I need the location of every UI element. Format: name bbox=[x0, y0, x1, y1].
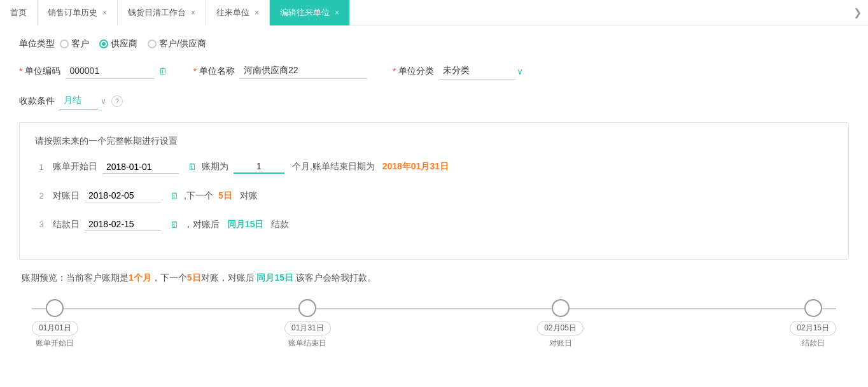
unit-category-arrow[interactable]: ∨ bbox=[517, 66, 523, 76]
payment-terms-row: 收款条件 月结 ∨ ? bbox=[19, 92, 849, 109]
unit-code-icon[interactable]: 🗓 bbox=[158, 66, 167, 76]
unit-code-group: * 单位编码 🗓 bbox=[19, 63, 167, 79]
period-highlight-15: 同月15日 bbox=[227, 219, 264, 230]
timeline-label-3: 结款日 bbox=[802, 338, 825, 349]
payment-terms-help[interactable]: ? bbox=[111, 95, 123, 107]
unit-type-row: 单位类型 客户 供应商 客户/供应商 bbox=[19, 38, 849, 50]
period-row-1: 1 账单开始日 🗓 账期为 个月,账单结束日期为 2018年01月31日 bbox=[35, 160, 833, 174]
unit-type-radio-group: 客户 供应商 客户/供应商 bbox=[60, 38, 206, 50]
tab-sales-history-close[interactable]: × bbox=[102, 8, 107, 17]
timeline-label-1: 账单结束日 bbox=[288, 338, 326, 349]
unit-category-group: * 单位分类 未分类 ∨ bbox=[393, 62, 523, 80]
period-suffix-2a: ,下一个 bbox=[184, 190, 213, 202]
unit-name-required: * bbox=[193, 66, 196, 76]
radio-supplier[interactable]: 供应商 bbox=[99, 38, 137, 50]
timeline-badge-1: 01月31日 bbox=[284, 321, 331, 335]
period-cal-3[interactable]: 🗓 bbox=[170, 220, 179, 230]
preview-day15: 同月15日 bbox=[256, 272, 293, 283]
period-cal-1[interactable]: 🗓 bbox=[188, 162, 197, 172]
tab-sales-history[interactable]: 销售订单历史 × bbox=[38, 0, 118, 25]
timeline-dot-3 bbox=[804, 299, 822, 317]
tab-edit-partner-close[interactable]: × bbox=[335, 8, 339, 17]
payment-terms-arrow[interactable]: ∨ bbox=[101, 97, 106, 106]
unit-code-label: 单位编码 bbox=[25, 66, 60, 77]
unit-info-row: * 单位编码 🗓 * 单位名称 * 单位分类 未分类 ∨ bbox=[19, 62, 849, 80]
radio-supplier-circle bbox=[99, 39, 108, 48]
period-date-2[interactable] bbox=[85, 189, 161, 202]
preview-comma1: ，下一个 bbox=[151, 272, 187, 283]
period-cal-2[interactable]: 🗓 bbox=[170, 191, 179, 201]
period-suffix2-1: 个月,账单结束日期为 bbox=[290, 161, 377, 172]
tab-sales-history-label: 销售订单历史 bbox=[48, 7, 97, 18]
preview-months: 1个月 bbox=[129, 272, 151, 283]
preview-suffix: 该客户会给我打款。 bbox=[296, 272, 376, 283]
period-num-3: 3 bbox=[35, 220, 48, 229]
unit-name-input[interactable] bbox=[240, 63, 367, 79]
tab-cash-workbench[interactable]: 钱货日清工作台 × bbox=[118, 0, 206, 25]
timeline-point-3: 02月15日 结款日 bbox=[790, 299, 836, 349]
preview-middle: 对账，对账后 bbox=[201, 272, 255, 283]
unit-category-label: 单位分类 bbox=[398, 66, 434, 77]
tab-edit-partner[interactable]: 编辑往来单位 × bbox=[270, 0, 350, 25]
timeline-badge-3: 02月15日 bbox=[790, 321, 836, 335]
timeline-section: 01月01日 账单开始日 01月31日 账单结束日 02月05日 对账日 02月… bbox=[19, 299, 849, 374]
timeline-dot-2 bbox=[552, 299, 570, 317]
timeline-point-0: 01月01日 账单开始日 bbox=[32, 299, 78, 349]
unit-name-label: 单位名称 bbox=[199, 66, 235, 77]
timeline-label-0: 账单开始日 bbox=[36, 338, 74, 349]
main-content: 单位类型 客户 供应商 客户/供应商 * 单位编码 🗓 * 单位名称 bbox=[0, 25, 868, 387]
period-suffix-2b: 对账 bbox=[237, 190, 258, 202]
timeline-point-1: 01月31日 账单结束日 bbox=[284, 299, 331, 349]
unit-name-group: * 单位名称 bbox=[193, 63, 367, 79]
timeline-wrapper: 01月01日 账单开始日 01月31日 账单结束日 02月05日 对账日 02月… bbox=[32, 299, 836, 349]
period-label-3: 结款日 bbox=[53, 219, 80, 230]
period-suffix-1: 账期为 bbox=[202, 161, 228, 172]
period-months-input[interactable] bbox=[234, 160, 284, 174]
payment-terms-label: 收款条件 bbox=[19, 95, 55, 107]
radio-both-circle bbox=[148, 39, 157, 48]
tabs-bar: 首页 销售订单历史 × 钱货日清工作台 × 往来单位 × 编辑往来单位 × ❯ bbox=[0, 0, 868, 25]
period-suffix-3a: ，对账后 bbox=[184, 219, 222, 230]
timeline-line bbox=[32, 308, 836, 309]
preview-text: 账期预览：当前客户账期是1个月，下一个5日对账，对账后 同月15日 该客户会给我… bbox=[19, 272, 849, 284]
tab-scroll-right[interactable]: ❯ bbox=[847, 0, 868, 25]
period-date-1[interactable] bbox=[102, 160, 179, 174]
unit-category-required: * bbox=[393, 66, 396, 76]
radio-customer-label: 客户 bbox=[71, 38, 89, 50]
payment-terms-value[interactable]: 月结 bbox=[60, 92, 98, 109]
period-label-1: 账单开始日 bbox=[53, 161, 97, 172]
payment-terms-dropdown: 月结 ∨ bbox=[60, 92, 106, 109]
radio-customer-circle bbox=[60, 39, 69, 48]
period-setup-box: 请按照未来的一个完整帐期进行设置 1 账单开始日 🗓 账期为 个月,账单结束日期… bbox=[19, 122, 849, 260]
tab-cash-workbench-label: 钱货日清工作台 bbox=[128, 7, 186, 18]
tab-cash-workbench-close[interactable]: × bbox=[191, 8, 195, 17]
radio-supplier-label: 供应商 bbox=[111, 38, 137, 50]
preview-prefix: 账期预览：当前客户账期是 bbox=[22, 272, 129, 283]
period-label-2: 对账日 bbox=[53, 190, 80, 202]
timeline-dot-1 bbox=[298, 299, 316, 317]
tab-partner-units-close[interactable]: × bbox=[255, 8, 259, 17]
unit-category-value[interactable]: 未分类 bbox=[439, 62, 515, 80]
radio-customer[interactable]: 客户 bbox=[60, 38, 89, 50]
unit-code-required: * bbox=[19, 66, 22, 76]
period-num-1: 1 bbox=[35, 162, 48, 172]
radio-both[interactable]: 客户/供应商 bbox=[148, 38, 206, 50]
tab-edit-partner-label: 编辑往来单位 bbox=[280, 7, 330, 18]
timeline-badge-2: 02月05日 bbox=[537, 321, 584, 335]
tab-home-label: 首页 bbox=[10, 7, 27, 18]
period-end-date: 2018年01月31日 bbox=[382, 161, 449, 172]
period-date-3[interactable] bbox=[85, 218, 161, 231]
period-row-3: 3 结款日 🗓 ，对账后 同月15日 结款 bbox=[35, 218, 833, 231]
timeline-label-2: 对账日 bbox=[549, 338, 572, 349]
radio-both-label: 客户/供应商 bbox=[159, 38, 206, 50]
timeline-badge-0: 01月01日 bbox=[32, 321, 78, 335]
period-num-2: 2 bbox=[35, 191, 48, 201]
period-setup-title: 请按照未来的一个完整帐期进行设置 bbox=[35, 136, 833, 147]
tab-home[interactable]: 首页 bbox=[0, 0, 38, 25]
unit-type-label: 单位类型 bbox=[19, 38, 55, 50]
preview-day5: 5日 bbox=[187, 272, 201, 283]
timeline-point-2: 02月05日 对账日 bbox=[537, 299, 584, 349]
unit-code-input[interactable] bbox=[66, 63, 155, 79]
period-row-2: 2 对账日 🗓 ,下一个 5日 对账 bbox=[35, 189, 833, 202]
tab-partner-units[interactable]: 往来单位 × bbox=[206, 0, 270, 25]
